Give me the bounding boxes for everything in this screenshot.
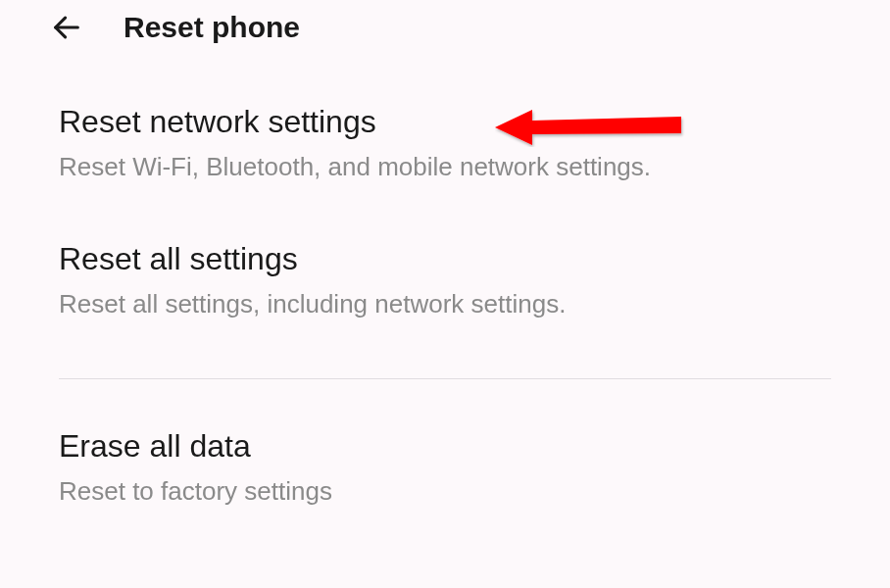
- reset-all-settings-item[interactable]: Reset all settings Reset all settings, i…: [59, 241, 831, 319]
- setting-title: Erase all data: [59, 428, 831, 465]
- header-bar: Reset phone: [0, 0, 890, 65]
- setting-title: Reset network settings: [59, 104, 831, 140]
- settings-list: Reset network settings Reset Wi-Fi, Blue…: [0, 65, 890, 507]
- setting-title: Reset all settings: [59, 241, 831, 277]
- erase-all-data-item[interactable]: Erase all data Reset to factory settings: [59, 428, 831, 507]
- arrow-left-icon: [50, 11, 83, 44]
- setting-description: Reset Wi-Fi, Bluetooth, and mobile netwo…: [59, 152, 831, 182]
- back-button[interactable]: [49, 10, 84, 45]
- setting-description: Reset to factory settings: [59, 476, 831, 507]
- page-title: Reset phone: [124, 11, 300, 44]
- setting-description: Reset all settings, including network se…: [59, 289, 831, 319]
- reset-network-settings-item[interactable]: Reset network settings Reset Wi-Fi, Blue…: [59, 104, 831, 182]
- divider: [59, 378, 831, 379]
